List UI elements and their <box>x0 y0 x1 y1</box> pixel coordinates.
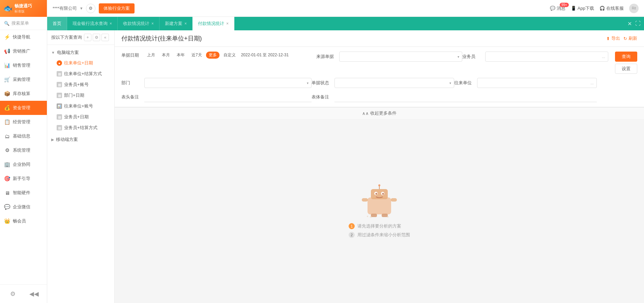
scheme-salesman-date-label: 业务员+日期 <box>64 114 89 120</box>
sidebar-item-basic[interactable]: 🗂 基础信息 <box>0 129 47 143</box>
sidebar-footer: ⚙ ◀◀ <box>0 284 47 303</box>
page-title: 付款情况统计(往来单位+日期) <box>121 34 606 42</box>
scheme-item-partner-account[interactable]: 📊 往来单位+账号 <box>47 101 114 112</box>
sidebar-item-purchase[interactable]: 🛒 采购管理 <box>0 72 47 87</box>
sidebar-item-wechat[interactable]: 💬 企业微信 <box>0 200 47 214</box>
sidebar-item-system[interactable]: ⚙ 系统管理 <box>0 143 47 157</box>
date-tab-custom[interactable]: 自定义 <box>221 52 238 59</box>
scheme-item-salesman-settlement[interactable]: ▦ 业务员+结算方式 <box>47 122 114 133</box>
partner-select-arrow: … <box>590 81 594 85</box>
salesman-label: 业务员 <box>462 54 482 60</box>
scheme-item-partner-date[interactable]: ● 往来单位+日期 <box>47 58 114 68</box>
mobile-group-title: 移动端方案 <box>56 137 78 143</box>
query-btn[interactable]: 查询 <box>615 52 637 62</box>
sidebar-search[interactable]: 🔍 搜索菜单 <box>0 17 47 30</box>
scheme-item-partner-settlement[interactable]: ▦ 往来单位+结算方式 <box>47 68 114 79</box>
sidebar-item-capital[interactable]: 💰 资金管理 <box>0 101 47 115</box>
scheme-table-icon-5: ▦ <box>57 125 62 130</box>
sidebar-item-enterprise[interactable]: 🏢 企业协同 <box>0 157 47 172</box>
tab-payment-stats[interactable]: 付款情况统计 × <box>193 17 234 30</box>
settings-footer-btn[interactable]: ⚙ <box>3 288 22 300</box>
operations-label: 经营管理 <box>13 119 30 125</box>
company-dropdown-icon[interactable]: ▾ <box>80 6 83 11</box>
sidebar-item-quick-nav[interactable]: ⚡ 快捷导航 <box>0 30 47 44</box>
date-tab-this-month[interactable]: 本月 <box>159 52 173 59</box>
tab-payment-label: 付款情况统计 <box>198 21 224 27</box>
body-note-label: 表体备注 <box>312 94 332 100</box>
filter-row-3: 表头备注 表体备注 <box>121 92 637 102</box>
status-select[interactable]: ▾ <box>334 78 454 88</box>
partner-select[interactable]: … <box>477 78 597 88</box>
page-actions: ⬆ 导出 ↻ 刷新 <box>606 35 637 41</box>
filter-header-note: 表头备注 <box>121 92 312 102</box>
messages-btn[interactable]: 💬 消息 99+ <box>550 5 565 11</box>
date-tab-this-year[interactable]: 本年 <box>174 52 187 59</box>
scheme-partner-account-label: 往来单位+账号 <box>64 103 93 109</box>
sidebar-item-operations[interactable]: 📋 经营管理 <box>0 115 47 129</box>
date-tab-more[interactable]: 更多 <box>206 52 219 59</box>
scheme-item-salesman-account[interactable]: ▦ 业务员+账号 <box>47 79 114 90</box>
logo-text: 畅捷通巧 <box>14 3 32 9</box>
empty-hint-2: 2 用过滤条件来缩小分析范围 <box>349 232 410 238</box>
tab-new-scheme-label: 新建方案 <box>165 21 182 27</box>
sidebar-item-inventory[interactable]: 📦 库存核算 <box>0 87 47 101</box>
collapse-more-bar[interactable]: ∧∧ 收起更多条件 <box>115 107 644 119</box>
date-tab-7days[interactable]: 近7天 <box>189 52 205 59</box>
collapse-sidebar-btn[interactable]: ◀◀ <box>25 288 44 300</box>
tab-new-scheme-close[interactable]: × <box>184 21 187 26</box>
mobile-group-header[interactable]: ▶ 移动端方案 <box>47 134 114 145</box>
search-icon: 🔍 <box>4 21 9 26</box>
filter-row-1: 单据日期 上月 本月 本年 近7天 更多 自定义 2022-01-01 至 20… <box>121 52 637 74</box>
export-btn[interactable]: ⬆ 导出 <box>606 35 620 41</box>
message-icon: 💬 <box>550 6 555 11</box>
sidebar-item-marketing[interactable]: 📢 营销推广 <box>0 44 47 58</box>
scheme-settings-btn[interactable]: ⚙ <box>93 34 100 41</box>
tab-receivable-close[interactable]: × <box>151 21 154 26</box>
app-download-btn[interactable]: 📱 App下载 <box>571 5 594 11</box>
sidebar-item-hardware[interactable]: 🖥 智能硬件 <box>0 186 47 200</box>
user-avatar[interactable]: Rit <box>629 4 639 13</box>
svg-point-14 <box>387 216 389 218</box>
mobile-group-collapse-icon: ▶ <box>51 138 54 142</box>
tab-expand-icon[interactable]: ⛶ <box>635 21 641 27</box>
topbar-settings-btn[interactable]: ⚙ <box>86 4 95 13</box>
wechat-label: 企业微信 <box>13 204 30 210</box>
desktop-group-header[interactable]: ▼ 电脑端方案 <box>47 48 114 58</box>
sidebar-item-guide[interactable]: 🎯 新手引导 <box>0 172 47 186</box>
tab-cash-flow[interactable]: 现金银行流水查询 × <box>67 17 118 30</box>
filter-source: 来源单据 ▾ <box>316 52 462 62</box>
trial-btn[interactable]: 体验行业方案 <box>99 3 135 13</box>
header-note-input[interactable] <box>144 92 312 102</box>
date-tabs: 上月 本月 本年 近7天 更多 自定义 2022-01-01 至 2022-12… <box>144 52 289 59</box>
tab-payment-close[interactable]: × <box>226 21 229 26</box>
hardware-label: 智能硬件 <box>13 190 30 196</box>
tab-cash-flow-close[interactable]: × <box>110 21 112 26</box>
online-service-btn[interactable]: 🎧 在线客服 <box>599 5 624 11</box>
body-note-input[interactable] <box>334 92 597 102</box>
tab-close-all-icon[interactable]: ✕ <box>627 21 632 27</box>
inventory-icon: 📦 <box>4 91 10 97</box>
scheme-item-dept-date[interactable]: ▦ 部门+日期 <box>47 90 114 101</box>
date-tab-last-month[interactable]: 上月 <box>144 52 158 59</box>
tab-home[interactable]: 首页 <box>47 17 67 30</box>
version-label: 标准版 <box>14 9 32 14</box>
scheme-table-icon-2: ▦ <box>57 82 62 87</box>
sidebar-item-member[interactable]: 👑 畅会员 <box>0 214 47 228</box>
tab-new-scheme[interactable]: 新建方案 × <box>159 17 193 30</box>
guide-label: 新手引导 <box>13 176 30 182</box>
salesman-select[interactable]: … <box>485 52 608 62</box>
tab-receivable[interactable]: 收款情况统计 × <box>118 17 159 30</box>
export-icon: ⬆ <box>606 36 610 41</box>
svg-point-12 <box>367 216 368 217</box>
svg-rect-0 <box>368 198 391 214</box>
settings-btn[interactable]: 设置 <box>615 64 637 74</box>
dept-select[interactable]: ▾ <box>144 78 312 88</box>
source-select[interactable]: ▾ <box>339 52 462 62</box>
collapse-panel-btn[interactable]: « <box>101 34 109 41</box>
avatar-placeholder: Rit <box>632 6 636 10</box>
scheme-item-salesman-date[interactable]: ▦ 业务员+日期 <box>47 112 114 122</box>
add-scheme-btn[interactable]: + <box>84 34 91 41</box>
sidebar-item-sales[interactable]: 📊 销售管理 <box>0 58 47 72</box>
refresh-btn[interactable]: ↻ 刷新 <box>623 35 637 41</box>
svg-point-4 <box>376 193 377 195</box>
